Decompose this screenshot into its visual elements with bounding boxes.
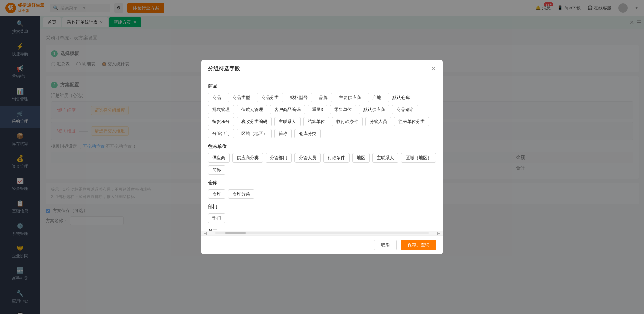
field-tag[interactable]: 仓库 (208, 189, 225, 199)
field-tag[interactable]: 付款条件 (323, 153, 350, 163)
field-tag[interactable]: 商品分类 (257, 93, 283, 102)
field-group-counterpart-title: 往来单位 (208, 144, 436, 150)
field-group-product: 商品 商品 商品类型 商品分类 规格型号 品牌 主要供应商 产地 默认仓库 批次… (208, 83, 436, 138)
field-tag[interactable]: 仓库分类 (228, 189, 254, 199)
field-tags-warehouse: 仓库 仓库分类 (208, 189, 436, 199)
field-tags-counterpart: 供应商 供应商分类 分管部门 分管人员 付款条件 地区 主联系人 区域（地区） … (208, 153, 436, 175)
field-group-department-title: 部门 (208, 204, 436, 210)
field-tag[interactable]: 供应商 (208, 153, 230, 163)
modal-body: 商品 商品 商品类型 商品分类 规格型号 品牌 主要供应商 产地 默认仓库 批次… (201, 78, 443, 231)
field-tag[interactable]: 零售单位 (330, 105, 356, 114)
field-tag[interactable]: 收付款条件 (332, 117, 363, 126)
field-group-warehouse: 仓库 仓库 仓库分类 (208, 180, 436, 199)
modal-overlay: 分组待选字段 ✕ 商品 商品 商品类型 商品分类 规格型号 品牌 主要供应商 产… (0, 0, 644, 314)
field-tag[interactable]: 简称 (208, 165, 225, 175)
field-tag[interactable]: 往来单位分类 (394, 117, 429, 126)
scroll-left-arrow[interactable]: ◀ (201, 231, 210, 236)
field-group-product-title: 商品 (208, 83, 436, 89)
field-tag[interactable]: 保质期管理 (237, 105, 267, 114)
field-tag[interactable]: 重量3 (308, 105, 327, 114)
field-tag[interactable]: 仓库分类 (294, 129, 321, 138)
field-tags-product: 商品 商品类型 商品分类 规格型号 品牌 主要供应商 产地 默认仓库 批次管理 … (208, 93, 436, 138)
modal-footer: 取消 保存并查询 (201, 235, 443, 254)
field-tag[interactable]: 主联系人 (274, 117, 301, 126)
modal-horizontal-scrollbar[interactable]: ◀ ▶ (201, 231, 443, 235)
field-tag[interactable]: 简称 (274, 129, 292, 138)
field-tag[interactable]: 产地 (368, 93, 385, 102)
field-tag[interactable]: 分管部门 (266, 153, 292, 163)
scroll-track (215, 232, 429, 234)
field-tag[interactable]: 分管人员 (365, 117, 391, 126)
field-tag[interactable]: 分管人员 (294, 153, 321, 163)
field-tag[interactable]: 供应商分类 (232, 153, 263, 163)
field-tag[interactable]: 税收分类编码 (237, 117, 272, 126)
field-tag[interactable]: 拣货积分 (208, 117, 234, 126)
field-tag[interactable]: 分管部门 (208, 129, 234, 138)
field-tag[interactable]: 地区 (352, 153, 370, 163)
field-tag[interactable]: 区域（地区） (237, 129, 272, 138)
field-tag[interactable]: 规格型号 (286, 93, 312, 102)
field-tag[interactable]: 默认仓库 (388, 93, 414, 102)
field-group-department: 部门 部门 (208, 204, 436, 223)
modal-confirm-button[interactable]: 保存并查询 (401, 240, 436, 250)
field-tag[interactable]: 客户商品编码 (270, 105, 305, 114)
field-tag[interactable]: 默认供应商 (359, 105, 389, 114)
field-tag[interactable]: 主联系人 (372, 153, 398, 163)
field-group-staff: 员工 业务员 (208, 228, 436, 231)
field-tags-department: 部门 (208, 213, 436, 223)
modal-cancel-button[interactable]: 取消 (374, 240, 397, 250)
field-tag[interactable]: 批次管理 (208, 105, 234, 114)
field-tag[interactable]: 结算单位 (303, 117, 329, 126)
field-group-staff-title: 员工 (208, 228, 436, 231)
field-group-warehouse-title: 仓库 (208, 180, 436, 186)
field-tag[interactable]: 区域（地区） (401, 153, 436, 163)
field-tag[interactable]: 部门 (208, 213, 225, 223)
field-tag[interactable]: 品牌 (315, 93, 332, 102)
modal-title: 分组待选字段 (208, 65, 240, 72)
modal-header: 分组待选字段 ✕ (201, 60, 443, 78)
field-tag[interactable]: 商品别名 (392, 105, 418, 114)
modal-close-button[interactable]: ✕ (431, 66, 436, 72)
modal: 分组待选字段 ✕ 商品 商品 商品类型 商品分类 规格型号 品牌 主要供应商 产… (201, 60, 443, 254)
field-group-counterpart: 往来单位 供应商 供应商分类 分管部门 分管人员 付款条件 地区 主联系人 区域… (208, 144, 436, 175)
scroll-right-arrow[interactable]: ▶ (434, 231, 443, 236)
field-tag[interactable]: 商品类型 (228, 93, 254, 102)
scroll-thumb (225, 232, 246, 234)
field-tag[interactable]: 商品 (208, 93, 225, 102)
field-tag[interactable]: 主要供应商 (335, 93, 365, 102)
